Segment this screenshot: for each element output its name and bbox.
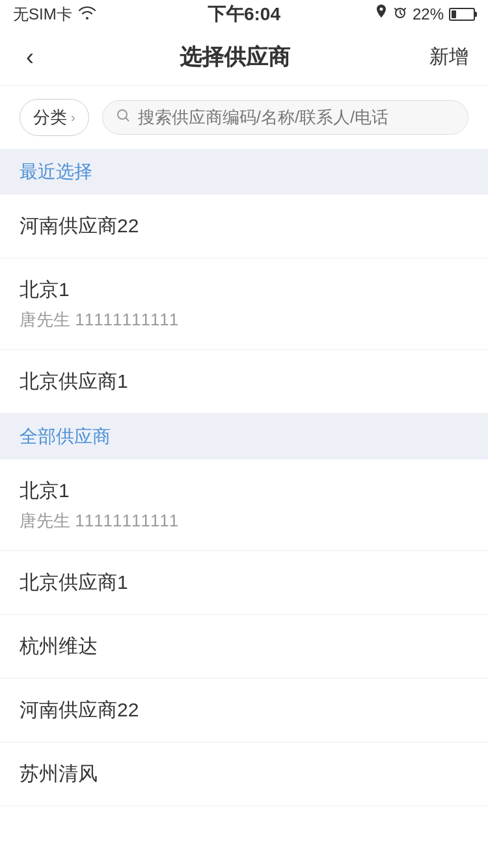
list-item[interactable]: 北京1 唐先生 11111111111 (0, 258, 488, 350)
item-name: 北京1 (20, 277, 468, 303)
item-name: 杭州维达 (20, 633, 468, 660)
item-name: 河南供应商22 (20, 697, 468, 724)
category-filter[interactable]: 分类 › (20, 99, 89, 136)
all-list: 北京1 唐先生 11111111111 北京供应商1 杭州维达 河南供应商22 … (0, 459, 488, 806)
battery-percent: 22% (413, 5, 444, 23)
list-item[interactable]: 北京供应商1 (0, 551, 488, 615)
back-button[interactable]: ‹ (20, 37, 40, 77)
list-item[interactable]: 北京1 唐先生 11111111111 (0, 459, 488, 551)
category-label: 分类 (33, 106, 67, 129)
recent-section-header: 最近选择 (0, 149, 488, 195)
item-name: 河南供应商22 (20, 213, 468, 239)
wifi-icon (77, 5, 97, 23)
list-item[interactable]: 北京供应商1 (0, 350, 488, 414)
location-icon (375, 5, 388, 24)
list-item[interactable]: 河南供应商22 (0, 679, 488, 742)
carrier-label: 无SIM卡 (13, 4, 72, 25)
item-name: 苏州清风 (20, 761, 468, 787)
all-section-header: 全部供应商 (0, 414, 488, 459)
item-sub: 唐先生 11111111111 (20, 509, 468, 532)
status-bar: 无SIM卡 下午6:04 22% (0, 0, 488, 29)
page-title: 选择供应商 (180, 42, 290, 72)
status-time: 下午6:04 (208, 2, 280, 27)
nav-bar: ‹ 选择供应商 新增 (0, 29, 488, 86)
search-icon (116, 108, 131, 128)
list-item[interactable]: 苏州清风 (0, 742, 488, 806)
list-item[interactable]: 杭州维达 (0, 615, 488, 679)
search-input[interactable] (138, 107, 455, 128)
item-name: 北京1 (20, 478, 468, 504)
chevron-right-icon: › (71, 110, 75, 125)
item-sub: 唐先生 11111111111 (20, 308, 468, 331)
alarm-icon (393, 5, 407, 23)
status-left: 无SIM卡 (13, 4, 97, 25)
status-right: 22% (375, 5, 475, 24)
filter-bar: 分类 › (0, 86, 488, 149)
recent-list: 河南供应商22 北京1 唐先生 11111111111 北京供应商1 (0, 195, 488, 414)
list-item[interactable]: 河南供应商22 (0, 195, 488, 258)
search-box[interactable] (102, 100, 468, 135)
add-button[interactable]: 新增 (429, 44, 468, 70)
item-name: 北京供应商1 (20, 368, 468, 395)
battery-icon (449, 8, 475, 21)
item-name: 北京供应商1 (20, 569, 468, 596)
